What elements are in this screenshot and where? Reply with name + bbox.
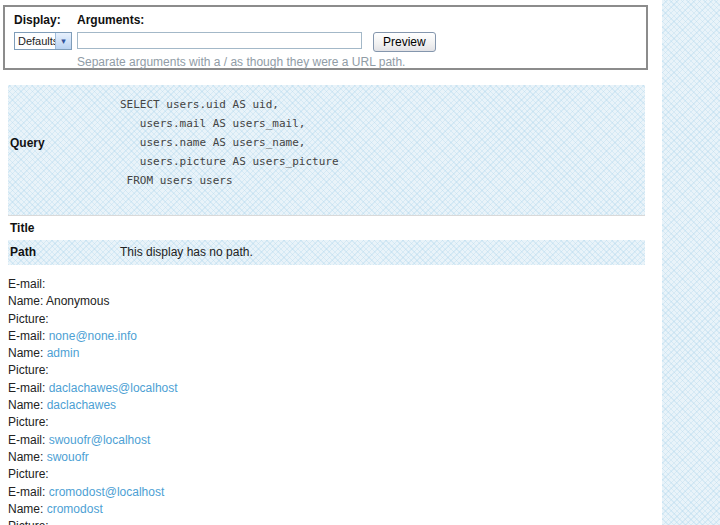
field-value-link[interactable]: admin: [47, 346, 80, 360]
field-line: Picture:: [8, 414, 662, 431]
display-column: Display: Defaults ▾: [14, 13, 77, 64]
field-line: Name: swouofr: [8, 449, 662, 466]
views-preview-page: Display: Defaults ▾ Arguments: Preview S…: [0, 0, 720, 525]
field-line: E-mail: daclachawes@localhost: [8, 380, 662, 397]
display-select[interactable]: Defaults ▾: [14, 32, 72, 50]
field-line: Name: Anonymous: [8, 293, 662, 310]
field-label: Picture:: [8, 467, 49, 481]
display-label: Display:: [14, 13, 77, 27]
field-label: Name:: [8, 450, 43, 464]
field-label: Name:: [8, 346, 43, 360]
field-line: Name: cromodost: [8, 501, 662, 518]
field-label: Name:: [8, 294, 43, 308]
field-label: Picture:: [8, 312, 49, 326]
field-label: E-mail:: [8, 433, 45, 447]
field-value-link[interactable]: cromodost@localhost: [49, 485, 165, 499]
field-value-link[interactable]: daclachawes: [47, 398, 116, 412]
query-row-label: Query: [8, 95, 120, 190]
field-value-link[interactable]: swouofr@localhost: [49, 433, 151, 447]
field-value-link[interactable]: daclachawes@localhost: [49, 381, 178, 395]
field-label: E-mail:: [8, 485, 45, 499]
view-info-rows: Query SELECT users.uid AS uid, users.mai…: [8, 85, 645, 265]
title-row-label: Title: [8, 221, 120, 235]
results-list: E-mail:Name: AnonymousPicture:E-mail: no…: [8, 276, 662, 525]
main-content: Display: Defaults ▾ Arguments: Preview S…: [0, 0, 662, 525]
field-line: Picture:: [8, 518, 662, 525]
path-row-value: This display has no path.: [120, 245, 253, 259]
field-label: Picture:: [8, 363, 49, 377]
background-side-strip: [662, 0, 720, 525]
field-line: Name: admin: [8, 345, 662, 362]
field-value-link[interactable]: swouofr: [47, 450, 89, 464]
field-line: E-mail:: [8, 276, 662, 293]
sql-query-text: SELECT users.uid AS uid, users.mail AS u…: [120, 95, 339, 190]
field-line: Picture:: [8, 362, 662, 379]
path-row: Path This display has no path.: [8, 240, 645, 265]
field-label: Name:: [8, 502, 43, 516]
field-line: E-mail: cromodost@localhost: [8, 484, 662, 501]
title-row: Title: [8, 215, 645, 240]
display-select-value: Defaults: [15, 33, 55, 49]
field-line: Name: daclachawes: [8, 397, 662, 414]
dropdown-arrow-icon: ▾: [55, 33, 71, 49]
field-label: E-mail:: [8, 381, 45, 395]
arguments-label: Arguments:: [77, 13, 636, 27]
field-line: Picture:: [8, 466, 662, 483]
field-value: Anonymous: [46, 294, 109, 308]
arguments-control-row: Preview: [77, 32, 636, 52]
arguments-input[interactable]: [77, 32, 362, 49]
arguments-column: Arguments: Preview Separate arguments wi…: [77, 13, 636, 64]
field-line: E-mail: none@none.info: [8, 328, 662, 345]
field-value-link[interactable]: cromodost: [47, 502, 103, 516]
query-row: Query SELECT users.uid AS uid, users.mai…: [8, 85, 645, 215]
field-line: Picture:: [8, 311, 662, 328]
field-value-link[interactable]: none@none.info: [49, 329, 137, 343]
field-label: Picture:: [8, 519, 49, 525]
field-label: E-mail:: [8, 329, 45, 343]
field-line: E-mail: swouofr@localhost: [8, 432, 662, 449]
field-label: E-mail:: [8, 277, 45, 291]
preview-button[interactable]: Preview: [373, 32, 436, 52]
path-row-label: Path: [8, 245, 120, 259]
preview-form: Display: Defaults ▾ Arguments: Preview S…: [3, 5, 648, 70]
arguments-help-text: Separate arguments with a / as though th…: [77, 55, 636, 69]
field-label: Name:: [8, 398, 43, 412]
field-label: Picture:: [8, 415, 49, 429]
